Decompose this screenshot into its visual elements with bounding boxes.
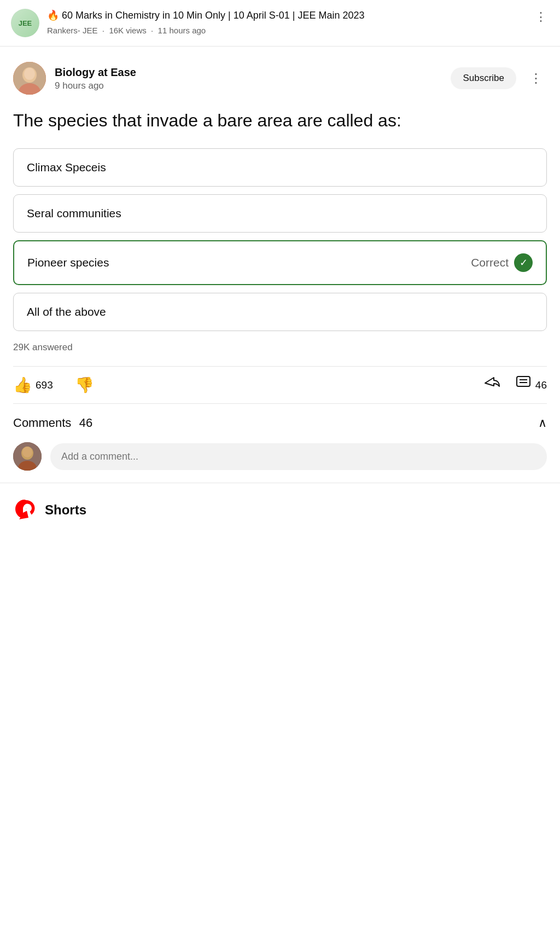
prev-video-avatar-inner: JEE — [11, 9, 39, 37]
action-right: 46 — [484, 375, 547, 395]
prev-video-card: JEE 🔥 60 Marks in Chemistry in 10 Min On… — [0, 0, 560, 47]
correct-check-icon: ✓ — [514, 253, 533, 272]
shorts-label: Shorts — [45, 502, 86, 518]
post-more-button[interactable]: ⋮ — [525, 67, 547, 89]
comments-section: Comments 46 ∧ — [13, 404, 547, 483]
comments-header: Comments 46 ∧ — [13, 416, 547, 430]
channel-header: Biology at Ease 9 hours ago Subscribe ⋮ — [13, 62, 547, 95]
channel-avatar[interactable] — [13, 62, 46, 95]
commenter-avatar-image — [13, 442, 42, 471]
svg-rect-4 — [517, 376, 530, 386]
channel-name[interactable]: Biology at Ease — [55, 65, 442, 79]
comment-icon-group: 46 — [516, 375, 547, 395]
options-list: Climax Speceis Seral communities Pioneer… — [13, 148, 547, 331]
prev-channel-name: Rankers- JEE — [47, 26, 98, 35]
like-group: 👍 693 — [13, 376, 53, 394]
prev-views: 16K views — [109, 26, 146, 35]
prev-video-avatar: JEE — [11, 9, 39, 37]
option-a[interactable]: Climax Speceis — [13, 148, 547, 187]
dislike-icon[interactable]: 👎 — [75, 376, 94, 394]
option-d-text: All of the above — [27, 305, 106, 318]
option-d[interactable]: All of the above — [13, 293, 547, 331]
prev-video-title[interactable]: 🔥 60 Marks in Chemistry in 10 Min Only |… — [47, 9, 525, 22]
option-a-text: Climax Speceis — [27, 161, 106, 174]
channel-time: 9 hours ago — [55, 80, 442, 91]
option-c-text: Pioneer species — [27, 256, 109, 269]
comment-input[interactable] — [50, 443, 547, 470]
prev-video-info: 🔥 60 Marks in Chemistry in 10 Min Only |… — [47, 9, 525, 35]
comment-input-row — [13, 442, 547, 471]
svg-point-10 — [22, 447, 32, 457]
option-b[interactable]: Seral communities — [13, 194, 547, 233]
share-icon[interactable] — [484, 375, 500, 395]
channel-info: Biology at Ease 9 hours ago — [55, 65, 442, 91]
dislike-group: 👎 — [75, 376, 94, 394]
channel-avatar-image — [13, 62, 46, 95]
prev-video-more-button[interactable]: ⋮ — [533, 9, 549, 25]
action-bar: 👍 693 👎 46 — [13, 366, 547, 404]
like-count: 693 — [36, 379, 53, 391]
shorts-bar[interactable]: Shorts — [0, 483, 560, 537]
answered-count: 29K answered — [13, 342, 547, 353]
shorts-logo — [13, 499, 36, 522]
correct-label: Correct ✓ — [471, 253, 533, 272]
commenter-avatar — [13, 442, 42, 471]
like-icon[interactable]: 👍 — [13, 376, 32, 394]
prev-video-meta: Rankers- JEE · 16K views · 11 hours ago — [47, 26, 525, 35]
comment-icon[interactable] — [516, 375, 531, 395]
prev-time-ago: 11 hours ago — [158, 26, 206, 35]
post-card: Biology at Ease 9 hours ago Subscribe ⋮ … — [0, 47, 560, 483]
question-text: The species that invade a bare area are … — [13, 108, 547, 133]
correct-text: Correct — [471, 256, 509, 269]
subscribe-button[interactable]: Subscribe — [451, 67, 516, 89]
comments-title: Comments — [13, 416, 71, 430]
comments-count-badge: 46 — [79, 416, 92, 430]
comment-count-action: 46 — [535, 379, 547, 391]
comments-title-group: Comments 46 — [13, 416, 92, 430]
svg-point-3 — [24, 68, 35, 80]
option-b-text: Seral communities — [27, 207, 121, 220]
option-c[interactable]: Pioneer species Correct ✓ — [13, 240, 547, 285]
collapse-icon[interactable]: ∧ — [538, 416, 547, 430]
